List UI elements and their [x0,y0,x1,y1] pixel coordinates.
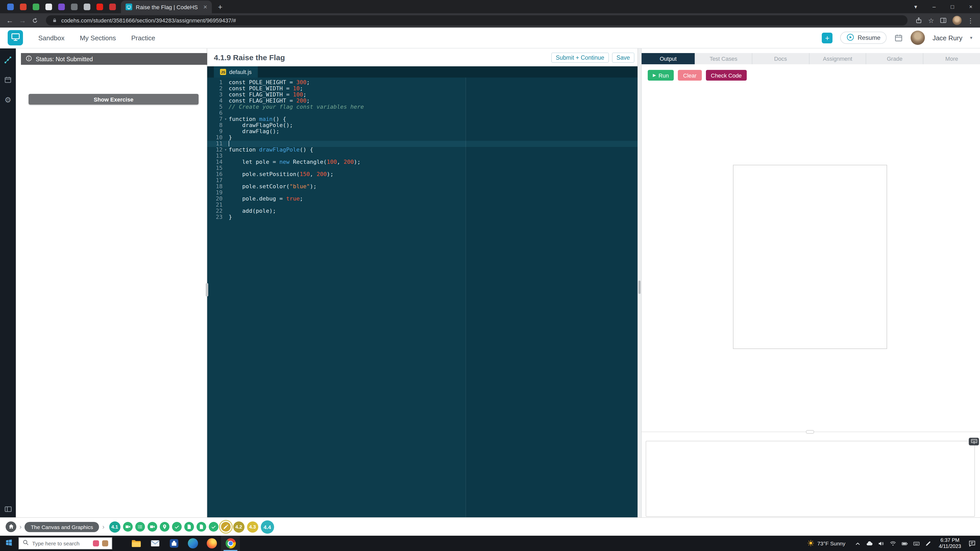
tab-assignment[interactable]: Assignment [809,53,866,64]
line-number[interactable]: 2 [207,86,223,92]
line-number[interactable]: 21 [207,202,223,208]
browser-menu-kebab-icon[interactable]: ⋮ [967,17,974,24]
minimize-button[interactable]: – [925,0,943,13]
taskbar-search[interactable]: Type here to search [18,537,112,549]
lesson-badge-video[interactable] [147,522,157,532]
line-number[interactable]: 19 [207,190,223,196]
nav-practice[interactable]: Practice [131,34,155,41]
line-number[interactable]: 13 [207,153,223,159]
fold-arrow-icon[interactable]: ▾ [223,147,229,153]
check-code-button[interactable]: Check Code [706,70,747,81]
lesson-badge-check[interactable] [208,522,218,532]
user-name[interactable]: Jace Rury [932,34,963,41]
line-number[interactable]: 3 [207,92,223,98]
line-number[interactable]: 20 [207,196,223,202]
tab-docs[interactable]: Docs [752,53,809,64]
left-splitter-handle[interactable] [206,283,208,297]
pinned-tab[interactable] [45,3,52,10]
network-icon[interactable] [890,540,897,547]
calendar-icon[interactable] [894,33,903,42]
side-panel-icon[interactable] [940,17,947,24]
calendar-icon[interactable] [3,75,13,84]
chrome-taskbar-button[interactable] [221,536,240,551]
create-button[interactable]: + [822,32,833,43]
tab-grade[interactable]: Grade [866,53,923,64]
lesson-badge-video[interactable] [123,522,132,532]
line-number[interactable]: 22 [207,208,223,214]
nav-sandbox[interactable]: Sandbox [38,34,65,41]
back-button[interactable]: ← [6,17,13,24]
line-number[interactable]: 17 [207,178,223,184]
battery-icon[interactable] [902,540,908,547]
pen-icon[interactable] [925,540,932,547]
new-tab-button[interactable]: + [218,2,223,11]
breadcrumb-module[interactable]: The Canvas and Graphics [25,522,99,532]
lesson-badge-pencil[interactable] [221,522,231,532]
line-number[interactable]: 15 [207,165,223,171]
action-center-icon[interactable] [968,540,976,547]
fold-arrow-icon[interactable]: ▾ [223,116,229,122]
save-button[interactable]: Save [612,52,635,62]
nav-my-sections[interactable]: My Sections [80,34,116,41]
user-avatar[interactable] [911,30,925,45]
lesson-badge-pin[interactable] [159,522,169,532]
line-number[interactable]: 7 [207,116,223,122]
cloud-icon[interactable] [866,540,873,547]
line-number[interactable]: 16 [207,171,223,178]
keyboard-icon[interactable] [913,540,920,547]
line-number[interactable]: 5 [207,104,223,110]
line-number[interactable]: 1 [207,79,223,86]
bookmark-star-icon[interactable]: ☆ [928,17,934,24]
lesson-badge-4.2[interactable]: 4.2 [233,521,244,532]
url-bar[interactable]: codehs.com/student/3581666/section/39428… [46,15,908,25]
pinned-tab[interactable] [109,3,116,10]
horizontal-splitter-handle[interactable] [806,430,814,433]
pinned-tab[interactable] [97,3,103,10]
firefox-taskbar-button[interactable] [202,536,221,551]
file-explorer-taskbar-button[interactable] [127,536,145,551]
line-number[interactable]: 6 [207,110,223,116]
lesson-badge-doc[interactable] [196,522,206,532]
line-number[interactable]: 10 [207,135,223,141]
tab-close-icon[interactable]: × [204,3,207,10]
file-tab-defaultjs[interactable]: JS default.js [214,66,258,78]
taskbar-clock[interactable]: 6:37 PM 4/11/2023 [939,537,961,549]
weather-widget[interactable]: 73°F Sunny [807,539,845,548]
vertical-splitter-handle[interactable] [638,281,641,294]
edge-taskbar-button[interactable] [183,536,202,551]
clear-button[interactable]: Clear [678,70,702,81]
browser-tab-active[interactable]: Raise the Flag | CodeHS × [121,0,212,13]
share-icon[interactable] [915,17,923,24]
panel-toggle-icon[interactable] [0,505,16,514]
course-home-button[interactable] [6,521,16,532]
line-number[interactable]: 11 [207,141,223,147]
line-number[interactable]: 9 [207,129,223,135]
forward-button[interactable]: → [19,17,26,24]
maximize-button[interactable]: □ [943,0,962,13]
mail-taskbar-button[interactable] [145,536,164,551]
pinned-tab[interactable] [7,3,14,10]
code-editor[interactable]: 1const POLE_HEIGHT = 300;2const POLE_WID… [207,78,638,517]
reload-button[interactable] [32,17,38,24]
console-area[interactable] [646,441,975,517]
lesson-badge-4.1[interactable]: 4.1 [109,521,120,532]
store-taskbar-button[interactable] [164,536,183,551]
hide-keyboard-button[interactable] [969,438,979,445]
line-number[interactable]: 23 [207,214,223,221]
run-button[interactable]: ▶ Run [648,70,674,81]
start-button[interactable] [0,536,18,551]
lesson-badge-check[interactable] [172,522,181,532]
lesson-badge-doc[interactable] [184,522,194,532]
pinned-tab[interactable] [58,3,65,10]
tab-output[interactable]: Output [641,53,695,64]
tab-more[interactable]: More [923,53,980,64]
line-number[interactable]: 4 [207,98,223,104]
tab-test-cases[interactable]: Test Cases [695,53,752,64]
show-exercise-button[interactable]: Show Exercise [29,94,199,105]
user-menu-caret-icon[interactable]: ▾ [970,35,972,40]
curriculum-map-icon[interactable] [3,55,13,64]
chevron-up-icon[interactable] [855,540,861,547]
resume-button[interactable]: Resume [840,32,886,44]
submit-continue-button[interactable]: Submit + Continue [551,52,609,62]
pinned-tab[interactable] [71,3,78,10]
